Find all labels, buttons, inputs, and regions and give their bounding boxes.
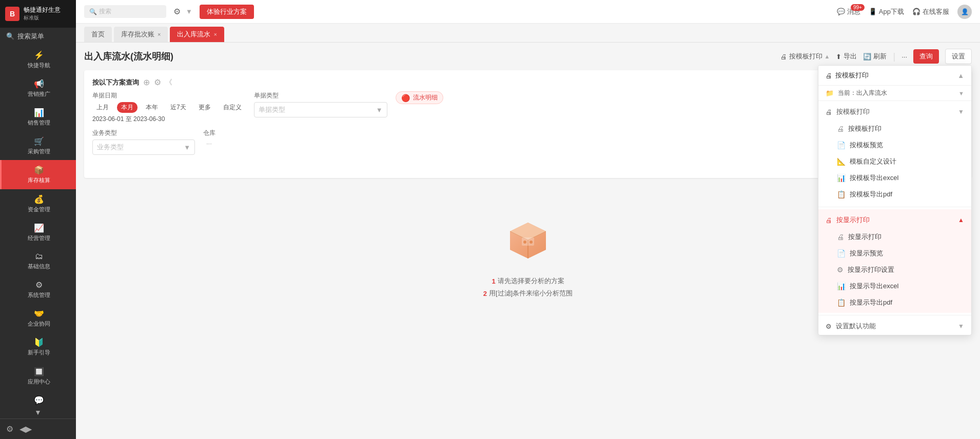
date-tab-last-month[interactable]: 上月 [92, 102, 113, 113]
corp-wechat-icon: 💬 [34, 395, 44, 405]
display-print-section: 🖨 按显示打印 ▲ 🖨 按显示打印 📄 按显示预览 ⚙ 按显示打印设置 [818, 209, 971, 313]
sidebar-item-finance[interactable]: 💰 资金管理 [0, 189, 76, 218]
app-download-btn[interactable]: 📱 App下载 [869, 7, 904, 16]
topbar: 🔍 搜索 ⚙ ▼ 体验行业方案 💬 消息 99+ 📱 App下载 🎧 在线客服 … [76, 0, 980, 24]
current-template-chevron: ▼ [958, 90, 964, 96]
display-export-excel-item[interactable]: 📊 按显示导出excel [818, 278, 971, 294]
date-tab-7days[interactable]: 近7天 [166, 102, 190, 113]
date-tab-this-month[interactable]: 本月 [117, 102, 138, 113]
topbar-chevron[interactable]: ▼ [186, 8, 192, 15]
sidebar-item-corp-collab[interactable]: 🤝 企业协同 [0, 304, 76, 332]
biztype-select[interactable]: 业务类型 ▼ [92, 139, 195, 155]
more-btn[interactable]: ··· [901, 53, 907, 61]
svg-point-7 [530, 241, 533, 244]
template-custom-item[interactable]: 📐 模板自定义设计 [818, 153, 971, 170]
sidebar-item-basics[interactable]: 🗂 基础信息 [0, 247, 76, 275]
settings-btn[interactable]: 设置 [945, 49, 972, 64]
sidebar-item-guide[interactable]: 🔰 新手引导 [0, 332, 76, 361]
display-settings-label: 按显示打印设置 [848, 265, 894, 274]
operation-icon: 📈 [34, 223, 44, 233]
template-preview-label: 按模板预览 [850, 141, 883, 150]
basics-icon: 🗂 [35, 252, 43, 261]
message-btn[interactable]: 💬 消息 99+ [837, 7, 860, 16]
system-icon: ⚙ [35, 280, 43, 290]
template-print-item-label: 按模板打印 [848, 124, 881, 133]
display-print-section-header[interactable]: 🖨 按显示打印 ▲ [818, 211, 971, 229]
filter-add-btn[interactable]: ⊕ [143, 77, 150, 87]
sales-icon: 📊 [34, 108, 44, 117]
tab-batch-account-close[interactable]: × [158, 31, 161, 37]
display-print-settings-item[interactable]: ⚙ 按显示打印设置 [818, 262, 971, 278]
sidebar-item-quick-nav[interactable]: ⚡ 快捷导航 [0, 45, 76, 74]
display-export-pdf-item[interactable]: 📋 按显示导出pdf [818, 294, 971, 311]
sidebar-item-inventory[interactable]: 📦 库存核算 [0, 160, 76, 189]
tab-home-label: 首页 [91, 30, 105, 39]
topbar-right: 💬 消息 99+ 📱 App下载 🎧 在线客服 👤 [837, 5, 972, 19]
set-default-icon: ⚙ [826, 323, 832, 330]
sidebar-item-corp-wechat[interactable]: 💬 企业微信 [0, 390, 76, 406]
sidebar-item-system[interactable]: ⚙ 系统管理 [0, 275, 76, 304]
filter-tag-area: 🔴 流水明细 [396, 91, 443, 105]
tab-inout-flow-close[interactable]: × [213, 31, 217, 37]
display-print-section-label: 按显示打印 [836, 215, 870, 225]
sidebar-item-purchase[interactable]: 🛒 采购管理 [0, 131, 76, 160]
date-tab-this-year[interactable]: 本年 [142, 102, 162, 113]
template-section-chevron: ▼ [958, 108, 964, 115]
refresh-label: 刷新 [873, 52, 887, 61]
filter-collapse-left-btn[interactable]: 《 [165, 78, 172, 87]
doctype-select[interactable]: 单据类型 ▼ [254, 102, 387, 117]
display-print-item[interactable]: 🖨 按显示打印 [818, 229, 971, 245]
template-export-pdf-icon: 📋 [837, 190, 846, 198]
set-default-row[interactable]: ⚙ 设置默认功能 ▼ [818, 317, 971, 335]
template-preview-item[interactable]: 📄 按模板预览 [818, 137, 971, 153]
template-export-pdf-item[interactable]: 📋 按模板导出pdf [818, 186, 971, 203]
page-header: 出入库流水(流水明细) 🖨 按模板打印 ▲ ⬆ 导出 🔄 刷新 | ··· [84, 49, 972, 64]
user-avatar[interactable]: 👤 [957, 5, 972, 19]
sidebar-search[interactable]: 🔍 搜索菜单 [0, 28, 76, 45]
app-name: 畅捷通好生意 [24, 6, 61, 14]
tab-batch-account[interactable]: 库存批次账 × [114, 27, 168, 42]
scroll-down-indicator[interactable]: ▼ [0, 406, 76, 418]
doctype-chevron-icon: ▼ [376, 106, 383, 114]
date-tab-custom[interactable]: 自定义 [219, 102, 246, 113]
print-label: 按模板打印 [789, 52, 822, 61]
sidebar-item-sales[interactable]: 📊 销售管理 [0, 103, 76, 131]
dropdown-title: 🖨 按模板打印 [826, 71, 869, 80]
filter-settings-btn[interactable]: ⚙ [154, 77, 161, 87]
warehouse-more-btn[interactable]: ··· [206, 139, 212, 147]
sidebar-item-marketing[interactable]: 📢 营销推广 [0, 74, 76, 103]
tab-home[interactable]: 首页 [84, 27, 112, 42]
more-icon: ··· [901, 53, 907, 61]
dropdown-header: 🖨 按模板打印 ▲ [818, 66, 971, 86]
query-btn[interactable]: 查询 [913, 49, 939, 64]
date-tab-more[interactable]: 更多 [194, 102, 215, 113]
date-range-display: 2023-06-01 至 2023-06-30 [92, 115, 246, 124]
biztype-chevron-icon: ▼ [184, 144, 190, 151]
app-download-label: App下载 [879, 7, 904, 16]
template-export-excel-item[interactable]: 📊 按模板导出excel [818, 170, 971, 186]
app-logo-icon: B [5, 7, 19, 21]
filter-active-tag[interactable]: 🔴 流水明细 [396, 91, 443, 104]
topbar-search-box[interactable]: 🔍 搜索 [84, 5, 166, 18]
template-print-section-header[interactable]: 🖨 按模板打印 ▼ [818, 103, 971, 121]
topbar-settings-btn[interactable]: ⚙ [173, 7, 181, 16]
app-version: 标准版 [24, 14, 61, 22]
sidebar-item-app-center[interactable]: 🔲 应用中心 [0, 362, 76, 390]
tab-inout-flow[interactable]: 出入库流水 × [170, 27, 224, 42]
print-template-btn[interactable]: 🖨 按模板打印 ▲ [780, 52, 830, 61]
export-btn[interactable]: ⬆ 导出 [836, 52, 857, 61]
settings-bottom-btn[interactable]: ⚙ [6, 424, 13, 434]
sidebar-collapse-btn[interactable]: ◀▶ [19, 424, 32, 434]
service-icon: 🎧 [912, 8, 920, 15]
display-preview-item[interactable]: 📄 按显示预览 [818, 245, 971, 262]
trial-industry-button[interactable]: 体验行业方案 [200, 5, 254, 19]
set-default-chevron: ▼ [958, 323, 964, 330]
online-service-btn[interactable]: 🎧 在线客服 [912, 7, 949, 16]
dropdown-collapse-btn[interactable]: ▲ [957, 72, 964, 79]
refresh-btn[interactable]: 🔄 刷新 [863, 52, 887, 61]
svg-point-6 [523, 241, 526, 244]
sidebar-search-label: 搜索菜单 [17, 32, 44, 41]
dropdown-divider-2 [818, 315, 971, 315]
template-print-item[interactable]: 🖨 按模板打印 [818, 121, 971, 137]
sidebar-item-operation[interactable]: 📈 经营管理 [0, 218, 76, 247]
